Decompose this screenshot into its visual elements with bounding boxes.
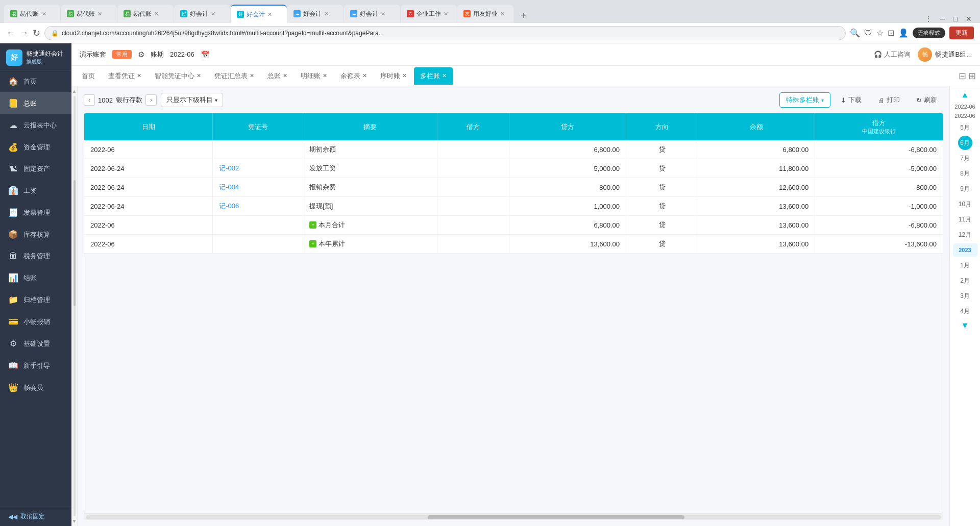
calendar-icon[interactable]: 📅 (201, 51, 209, 59)
tab-haokuaiji-cloud-2[interactable]: ☁ 好会计 ✕ (344, 5, 400, 23)
tab-sequence-ledger[interactable]: 序时账 ✕ (374, 67, 413, 85)
sidebar-item-fixed-asset[interactable]: 🏗 固定资产 (0, 158, 71, 180)
sidebar-item-guide[interactable]: 📖 新手引导 (0, 355, 71, 377)
tab-close-icon-4[interactable]: ✕ (211, 11, 215, 17)
tab-balance[interactable]: 余额表 ✕ (334, 67, 373, 85)
special-multi-button[interactable]: 特殊多栏账 ▾ (779, 92, 830, 108)
address-bar[interactable]: 🔒 cloud2.chanjet.com/accounting/uh26t264… (44, 26, 846, 40)
month-5[interactable]: 5月 (953, 120, 977, 135)
month-10[interactable]: 10月 (953, 197, 977, 211)
tab-haokuaiji-2-active[interactable]: 好 好会计 ✕ (231, 5, 287, 23)
month-7[interactable]: 7月 (953, 151, 977, 165)
sidebar-unpin-button[interactable]: ◀◀ 取消固定 (0, 507, 71, 526)
tab-smart-voucher[interactable]: 智能凭证中心 ✕ (149, 67, 207, 85)
year-2023-label[interactable]: 2023 (953, 243, 977, 257)
bottom-scrollbar[interactable] (84, 514, 943, 520)
tab-yonyou[interactable]: 友 用友好业 ✕ (457, 5, 513, 23)
month-8[interactable]: 8月 (953, 166, 977, 181)
forward-button[interactable]: → (19, 28, 29, 38)
sidebar-item-tax[interactable]: 🏛 税务管理 (0, 245, 71, 267)
tab-voucher-summary[interactable]: 凭证汇总表 ✕ (208, 67, 260, 85)
shield-icon[interactable]: 🛡 (864, 29, 872, 38)
voucher-link-4[interactable]: 记-006 (219, 202, 239, 210)
tab-home[interactable]: 首页 (76, 67, 101, 85)
tab-close-icon-6[interactable]: ✕ (324, 11, 329, 17)
no-trace-button[interactable]: 无痕模式 (913, 28, 945, 38)
scroll-thumb[interactable] (74, 180, 76, 306)
tab-close-icon-9[interactable]: ✕ (500, 11, 505, 17)
tab-yidazhang-2[interactable]: 易 易代账 ✕ (61, 5, 117, 23)
month-1[interactable]: 1月 (953, 258, 977, 272)
tab-haokuaiji-cloud-1[interactable]: ☁ 好会计 ✕ (287, 5, 344, 23)
extend-icon[interactable]: ⊡ (888, 28, 894, 38)
sidebar-scrollbar[interactable] (65, 71, 70, 506)
left-scrollbar[interactable]: ▲ ▼ (71, 86, 78, 526)
month-3[interactable]: 3月 (953, 289, 977, 303)
search-icon[interactable]: 🔍 (850, 28, 860, 38)
restore-button[interactable]: □ (953, 15, 958, 23)
tab-view-voucher[interactable]: 查看凭证 ✕ (102, 67, 148, 85)
sidebar-item-fund[interactable]: 💰 资金管理 (0, 136, 71, 158)
sidebar-item-ledger[interactable]: 📒 总账 (0, 92, 71, 114)
h-scroll-thumb[interactable] (428, 515, 684, 519)
tab-enterprise[interactable]: C 企业工作 ✕ (401, 5, 457, 23)
sidebar-item-salary[interactable]: 👔 工资 (0, 180, 71, 202)
tabs-expand-icon[interactable]: ⊞ (968, 70, 976, 82)
help-button[interactable]: 🎧 人工咨询 (874, 50, 911, 59)
tab-multi-column-close[interactable]: ✕ (442, 72, 447, 79)
tab-multi-column[interactable]: 多栏账 ✕ (414, 67, 453, 85)
sidebar-item-archive[interactable]: 📁 归档管理 (0, 289, 71, 311)
refresh-button[interactable]: ↻ 刷新 (910, 93, 943, 107)
tab-balance-close[interactable]: ✕ (362, 72, 367, 79)
back-button[interactable]: ← (6, 28, 15, 38)
tab-close-icon-2[interactable]: ✕ (97, 11, 102, 17)
tab-detail-ledger-close[interactable]: ✕ (323, 72, 327, 79)
print-button[interactable]: 🖨 打印 (872, 93, 906, 107)
profile-icon[interactable]: 👤 (898, 28, 909, 38)
reload-button[interactable]: ↻ (33, 28, 40, 39)
sidebar-item-home[interactable]: 🏠 首页 (0, 70, 71, 92)
update-button[interactable]: 更新 (949, 27, 974, 39)
new-tab-button[interactable]: + (516, 8, 531, 23)
voucher-link-2[interactable]: 记-002 (219, 164, 239, 172)
period-value[interactable]: 2022-06 (170, 51, 194, 58)
sidebar-item-member[interactable]: 👑 畅会员 (0, 377, 71, 398)
sidebar-item-cloud-report[interactable]: ☁ 云报表中心 (0, 114, 71, 136)
voucher-link-3[interactable]: 记-004 (219, 183, 239, 191)
month-9[interactable]: 9月 (953, 182, 977, 196)
scroll-up-icon[interactable]: ▲ (72, 88, 77, 94)
tab-general-ledger[interactable]: 总账 ✕ (261, 67, 293, 85)
tab-detail-ledger[interactable]: 明细账 ✕ (295, 67, 333, 85)
bookmark-icon[interactable]: ☆ (876, 28, 884, 38)
sidebar-item-inventory[interactable]: 📦 库存核算 (0, 223, 71, 245)
tab-sequence-ledger-close[interactable]: ✕ (402, 72, 407, 79)
tab-yidazhang-3[interactable]: 易 易代账 ✕ (117, 5, 174, 23)
tab-yidazhang-1[interactable]: 易 易代账 ✕ (4, 5, 60, 23)
sidebar-item-expense[interactable]: 💳 小畅报销 (0, 311, 71, 333)
month-11[interactable]: 11月 (953, 212, 977, 227)
tab-bar-menu-icon[interactable]: ⋮ (925, 15, 932, 23)
filter-button[interactable]: 只显示下级科目 ▾ (161, 93, 223, 107)
tab-close-icon[interactable]: ✕ (42, 11, 46, 17)
panel-up-icon[interactable]: ▲ (959, 88, 971, 102)
demo-badge[interactable]: 常用 (112, 50, 132, 59)
settings-gear-icon[interactable]: ⚙ (138, 50, 144, 59)
tabs-minimize-icon[interactable]: ⊟ (959, 70, 966, 82)
tab-close-icon-3[interactable]: ✕ (154, 11, 159, 17)
download-button[interactable]: ⬇ 下载 (835, 93, 868, 107)
month-2[interactable]: 2月 (953, 273, 977, 288)
user-area[interactable]: 畅 畅捷通B组... (918, 47, 972, 62)
tab-smart-voucher-close[interactable]: ✕ (197, 72, 201, 79)
tab-view-voucher-close[interactable]: ✕ (137, 72, 141, 79)
month-12[interactable]: 12月 (953, 228, 977, 242)
scroll-down-icon[interactable]: ▼ (72, 518, 77, 524)
tab-close-icon-8[interactable]: ✕ (444, 11, 448, 17)
month-6-active[interactable]: 6月 (958, 136, 972, 150)
sidebar-item-invoice[interactable]: 🧾 发票管理 (0, 202, 71, 223)
close-button[interactable]: ✕ (966, 15, 972, 23)
tab-close-icon-5[interactable]: ✕ (267, 11, 272, 18)
sidebar-item-closing[interactable]: 📊 结账 (0, 267, 71, 289)
account-next-button[interactable]: › (145, 94, 157, 106)
panel-down-icon[interactable]: ▼ (959, 319, 971, 332)
tab-haokuaiji-1[interactable]: 好 好会计 ✕ (174, 5, 230, 23)
